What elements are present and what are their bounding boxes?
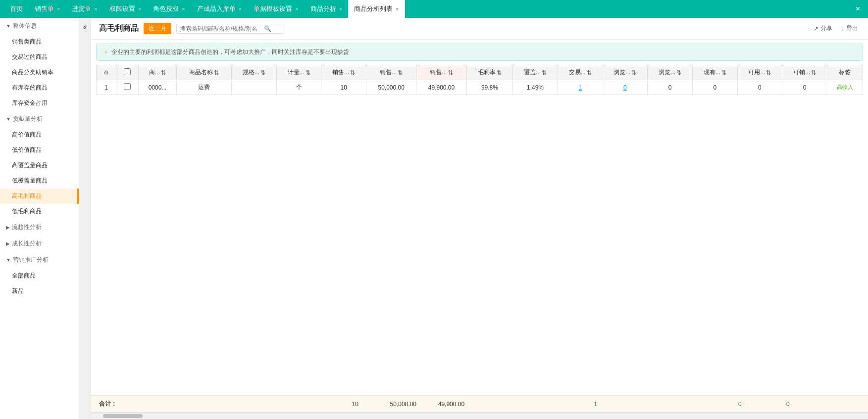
sort-available-stock[interactable]: 可用... ⇅ [748, 68, 771, 77]
cell-current-stock: 0 [692, 80, 737, 95]
sort-sku-code[interactable]: 商... ⇅ [149, 68, 166, 77]
sort-unit[interactable]: 计量... ⇅ [288, 68, 310, 77]
sidebar-group-marketing[interactable]: ▼ 营销推广分析 [0, 252, 79, 268]
sort-sales-amount[interactable]: 销售... ⇅ [380, 68, 403, 77]
cell-sellable-stock: 0 [782, 80, 827, 95]
sidebar-collapse-btn[interactable]: « [79, 18, 91, 419]
sort-gross-margin[interactable]: 毛利率 ⇅ [478, 68, 502, 77]
sidebar-item-low-coverage[interactable]: 低覆盖量商品 [0, 173, 79, 188]
sidebar-item-stocked-goods[interactable]: 有库存的商品 [0, 80, 79, 95]
cell-sku-code[interactable]: 0000... [138, 80, 176, 95]
col-name[interactable]: 商品名称 ⇅ [177, 65, 232, 80]
nav-product-analysis[interactable]: 商品分析 × [305, 0, 348, 18]
sidebar-item-high-margin[interactable]: 高毛利商品 [0, 188, 79, 204]
close-permission-settings[interactable]: × [138, 6, 141, 12]
col-coverage[interactable]: 覆盖... ⇅ [513, 65, 558, 80]
sort-spec[interactable]: 规格... ⇅ [243, 68, 265, 77]
col-views2[interactable]: 浏览... ⇅ [648, 65, 693, 80]
top-nav: 首页 销售单 × 进货单 × 权限设置 × 角色授权 × 产成品入库单 × 单据… [0, 0, 868, 18]
nav-purchase-order[interactable]: 进货单 × [66, 0, 103, 18]
search-icon[interactable]: 🔍 [264, 25, 271, 32]
sort-icon-13: ⇅ [721, 69, 726, 76]
nav-role-auth[interactable]: 角色授权 × [147, 0, 191, 18]
content-area: 高毛利商品 近一月 🔍 ↗ 分享 ↓ 导出 ✧ 企业的主要的利润都是这部分商品创… [91, 18, 868, 419]
sort-sales-qty[interactable]: 销售... ⇅ [332, 68, 355, 77]
close-product-inbound[interactable]: × [239, 6, 242, 12]
share-button[interactable]: ↗ 分享 [812, 23, 834, 34]
arrow-down-icon-2: ▼ [6, 116, 11, 122]
col-sku-code[interactable]: 商... ⇅ [138, 65, 176, 80]
footer-spacer2 [187, 401, 235, 408]
cell-unit: 个 [276, 80, 321, 95]
views1-link[interactable]: 0 [623, 84, 627, 91]
sort-current-stock[interactable]: 现有... ⇅ [704, 68, 726, 77]
close-doc-template[interactable]: × [295, 6, 298, 12]
sort-icon-10: ⇅ [587, 69, 592, 76]
col-gross-margin[interactable]: 毛利率 ⇅ [466, 65, 513, 80]
sort-sales-profit[interactable]: 销售... ⇅ [430, 68, 453, 77]
select-all-checkbox[interactable] [124, 68, 131, 75]
col-sellable-stock[interactable]: 可销... ⇅ [782, 65, 827, 80]
col-current-stock[interactable]: 现有... ⇅ [692, 65, 737, 80]
sort-icon-9: ⇅ [542, 69, 547, 76]
sort-transactions[interactable]: 交易... ⇅ [569, 68, 592, 77]
sidebar-item-low-margin[interactable]: 低毛利商品 [0, 204, 79, 219]
export-button[interactable]: ↓ 导出 [839, 23, 860, 34]
nav-product-analysis-list[interactable]: 商品分析列表 × [348, 0, 405, 18]
sidebar-item-traded-goods[interactable]: 交易过的商品 [0, 49, 79, 65]
sidebar-group-overall[interactable]: ▼ 整体信息 [0, 18, 79, 34]
filter-recent-month-btn[interactable]: 近一月 [144, 23, 171, 34]
sidebar-item-stock-capital[interactable]: 库存资金占用 [0, 95, 79, 111]
cell-transactions: 1 [558, 80, 603, 95]
table-wrapper: ⚙ 商... ⇅ 商品名称 [91, 65, 868, 395]
sort-icon-3: ⇅ [260, 69, 265, 76]
transactions-link[interactable]: 1 [578, 84, 582, 91]
sidebar-item-all-goods[interactable]: 全部商品 [0, 268, 79, 283]
col-unit[interactable]: 计量... ⇅ [276, 65, 321, 80]
sidebar-group-trend[interactable]: ▶ 流趋性分析 [0, 219, 79, 235]
close-product-analysis[interactable]: × [339, 6, 342, 12]
sort-views2[interactable]: 浏览... ⇅ [659, 68, 681, 77]
nav-doc-template[interactable]: 单据模板设置 × [248, 0, 304, 18]
sort-icon-6: ⇅ [398, 69, 403, 76]
nav-home[interactable]: 首页 [4, 0, 29, 18]
sort-sellable-stock[interactable]: 可销... ⇅ [793, 68, 816, 77]
content-header: 高毛利商品 近一月 🔍 ↗ 分享 ↓ 导出 [91, 18, 868, 40]
close-product-analysis-list[interactable]: × [396, 6, 399, 12]
col-sales-profit[interactable]: 销售... ⇅ [416, 65, 466, 80]
close-all-tabs[interactable]: × [852, 4, 864, 13]
col-views1[interactable]: 浏览... ⇅ [603, 65, 648, 80]
col-transactions[interactable]: 交易... ⇅ [558, 65, 603, 80]
close-sales-order[interactable]: × [57, 6, 60, 12]
close-role-auth[interactable]: × [182, 6, 185, 12]
search-input[interactable] [180, 25, 264, 32]
share-icon: ↗ [814, 25, 818, 32]
sort-name[interactable]: 商品名称 ⇅ [189, 68, 219, 77]
col-available-stock[interactable]: 可用... ⇅ [737, 65, 782, 80]
footer-sales-qty: 10 [331, 401, 379, 408]
data-table: ⚙ 商... ⇅ 商品名称 [96, 65, 863, 95]
row-checkbox[interactable] [124, 83, 131, 90]
col-sales-qty[interactable]: 销售... ⇅ [321, 65, 366, 80]
sidebar-item-high-coverage[interactable]: 高覆盖量商品 [0, 158, 79, 173]
nav-product-inbound[interactable]: 产成品入库单 × [191, 0, 248, 18]
sidebar-item-category-rate[interactable]: 商品分类助销率 [0, 65, 79, 80]
sidebar-group-contribution[interactable]: ▼ 贡献量分析 [0, 111, 79, 127]
tag-high-income: 高收入 [837, 84, 853, 90]
scroll-thumb[interactable] [103, 414, 143, 418]
nav-sales-order[interactable]: 销售单 × [29, 0, 66, 18]
settings-icon[interactable]: ⚙ [103, 69, 109, 76]
col-settings[interactable]: ⚙ [97, 65, 116, 80]
col-spec[interactable]: 规格... ⇅ [231, 65, 276, 80]
horizontal-scrollbar[interactable] [91, 412, 868, 419]
sidebar-group-growth[interactable]: ▶ 成长性分析 [0, 235, 79, 252]
nav-permission-settings[interactable]: 权限设置 × [103, 0, 147, 18]
sort-coverage[interactable]: 覆盖... ⇅ [524, 68, 547, 77]
sidebar-item-high-value[interactable]: 高价值商品 [0, 127, 79, 142]
sort-views1[interactable]: 浏览... ⇅ [613, 68, 636, 77]
col-sales-amount[interactable]: 销售... ⇅ [366, 65, 416, 80]
sidebar-item-sales-goods[interactable]: 销售类商品 [0, 34, 79, 49]
close-purchase-order[interactable]: × [94, 6, 97, 12]
sidebar-item-low-value[interactable]: 低价值商品 [0, 142, 79, 158]
sidebar-item-new-goods[interactable]: 新品 [0, 283, 79, 299]
